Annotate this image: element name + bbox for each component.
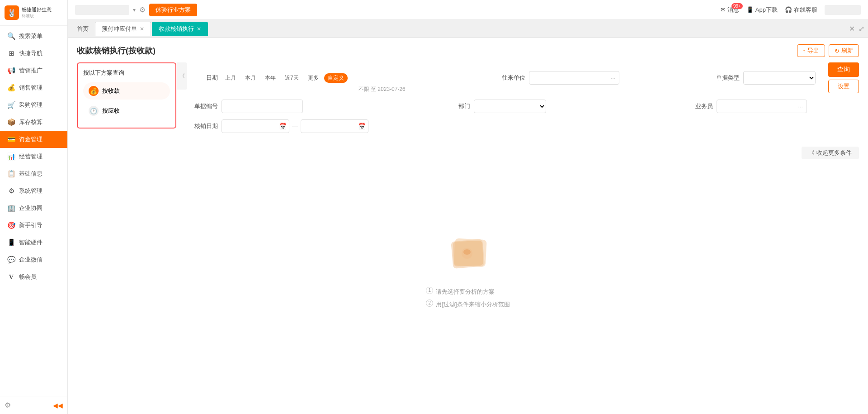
inventory-icon: 📦 xyxy=(7,118,15,126)
sidebar-item-label: 销售管理 xyxy=(19,84,42,92)
step-1-text: 请先选择要分析的方案 xyxy=(436,286,495,297)
filter-by-receipt-option[interactable]: 💰 按收款 xyxy=(83,82,170,100)
sidebar-item-inventory[interactable]: 📦 库存核算 xyxy=(0,114,67,131)
filter-by-receivable-option[interactable]: 🕐 按应收 xyxy=(83,102,170,119)
tab-prepay[interactable]: 预付冲应付单 ✕ xyxy=(95,22,151,36)
home-label: 首页 xyxy=(77,25,89,32)
date-filter-item: 日期 上月 本月 本年 近7天 更多 自定义 xyxy=(194,73,348,83)
expand-tabs-button[interactable]: ⤢ xyxy=(859,24,864,33)
staff-input[interactable]: ··· xyxy=(717,100,807,113)
docno-filter-item: 单据编号 xyxy=(194,100,303,113)
doctype-filter-item: 单据类型 xyxy=(716,71,816,85)
solution-button[interactable]: 休验行业方案 xyxy=(149,4,197,16)
user-info[interactable] xyxy=(825,5,861,15)
sidebar-item-sales[interactable]: 💰 销售管理 xyxy=(0,79,67,96)
collapse-more-button[interactable]: 《 收起更多条件 xyxy=(802,147,859,159)
sidebar-item-label: 系统管理 xyxy=(19,187,42,195)
sidebar-item-system[interactable]: ⚙ 系统管理 xyxy=(0,182,67,200)
tab-prepay-close-icon[interactable]: ✕ xyxy=(140,26,144,32)
date-btn-last-month[interactable]: 上月 xyxy=(222,73,240,83)
refresh-icon: ↻ xyxy=(835,48,840,54)
export-label: 导出 xyxy=(807,47,819,55)
step-2-text: 用[过滤]条件来缩小分析范围 xyxy=(436,299,509,309)
refresh-label: 刷新 xyxy=(841,47,853,55)
sidebar-item-enterprise[interactable]: 🏢 企业协同 xyxy=(0,200,67,217)
sidebar-item-finance[interactable]: 💳 资金管理 xyxy=(0,131,67,148)
message-icon: ✉ xyxy=(721,6,726,13)
collapse-sidebar-icon[interactable]: ◀◀ xyxy=(53,402,63,409)
tab-home[interactable]: 首页 xyxy=(71,22,94,36)
date-quick-btns: 上月 本月 本年 近7天 更多 自定义 xyxy=(222,73,348,83)
settings-icon[interactable]: ⚙ xyxy=(5,401,11,409)
sales-icon: 💰 xyxy=(7,84,15,92)
app-download-button[interactable]: 📱 App下载 xyxy=(746,6,778,14)
content-header: 收款核销执行(按收款) ↑ 导出 ↻ 刷新 xyxy=(68,38,868,57)
sidebar-item-marketing[interactable]: 📢 营销推广 xyxy=(0,62,67,79)
purchase-icon: 🛒 xyxy=(7,101,15,109)
by-receivable-label: 按应收 xyxy=(102,107,120,115)
dept-select[interactable] xyxy=(474,100,546,113)
tabbar: 首页 预付冲应付单 ✕ 收款核销执行 ✕ ✕ ⤢ xyxy=(68,20,868,38)
verify-end-date-input[interactable]: 2023-07-21 xyxy=(301,119,368,133)
setting-button[interactable]: 设置 xyxy=(828,80,859,93)
message-button[interactable]: ✉ 消息 99+ xyxy=(721,6,739,14)
empty-state: 1 请先选择要分析的方案 2 用[过滤]条件来缩小分析范围 xyxy=(68,161,868,414)
sidebar-item-label: 企业协同 xyxy=(19,204,42,212)
doctype-label: 单据类型 xyxy=(716,74,740,82)
sidebar-item-basic[interactable]: 📋 基础信息 xyxy=(0,165,67,182)
export-button[interactable]: ↑ 导出 xyxy=(797,44,826,57)
date-btn-7days[interactable]: 近7天 xyxy=(281,73,302,83)
date-btn-this-month[interactable]: 本月 xyxy=(241,73,259,83)
service-button[interactable]: 🎧 在线客服 xyxy=(785,6,817,14)
sidebar-item-nav[interactable]: ⊞ 快捷导航 xyxy=(0,45,67,62)
date-btn-more[interactable]: 更多 xyxy=(304,73,322,83)
close-all-tabs-button[interactable]: ✕ xyxy=(849,24,855,33)
sidebar-item-label: 采购管理 xyxy=(19,101,42,109)
topbar-gear-icon[interactable]: ⚙ xyxy=(139,5,146,14)
topbar: ▾ ⚙ 休验行业方案 ✉ 消息 99+ 📱 App下载 🎧 在线客服 xyxy=(68,0,868,20)
docno-input[interactable] xyxy=(222,100,303,113)
filter-panel: 按以下方案查询 💰 按收款 🕐 按应收 《 日期 xyxy=(68,57,868,145)
step-1-number: 1 xyxy=(426,287,433,294)
chevron-up-icon: 《 xyxy=(809,149,815,157)
sidebar-item-label: 基础信息 xyxy=(19,170,42,178)
sidebar-item-label: 企业微信 xyxy=(19,256,42,264)
sidebar-item-operation[interactable]: 📊 经营管理 xyxy=(0,148,67,165)
tab-prepay-label: 预付冲应付单 xyxy=(102,25,137,33)
sidebar-item-label: 智能硬件 xyxy=(19,238,42,247)
partner-input[interactable]: ··· xyxy=(529,71,619,85)
dept-label: 部门 xyxy=(447,102,470,110)
operation-icon: 📊 xyxy=(7,152,15,161)
empty-step-1: 1 请先选择要分析的方案 xyxy=(426,286,509,297)
refresh-button[interactable]: ↻ 刷新 xyxy=(829,44,859,57)
sidebar-item-guide[interactable]: 🎯 新手引导 xyxy=(0,217,67,234)
tab-collection-close-icon[interactable]: ✕ xyxy=(197,26,201,32)
system-icon: ⚙ xyxy=(7,187,15,195)
empty-state-text: 1 请先选择要分析的方案 2 用[过滤]条件来缩小分析范围 xyxy=(426,286,509,311)
topbar-arrow-icon[interactable]: ▾ xyxy=(133,7,136,13)
sidebar-item-hardware[interactable]: 📱 智能硬件 xyxy=(0,234,67,251)
sidebar-item-member[interactable]: V 畅会员 xyxy=(0,268,67,286)
query-button[interactable]: 查询 xyxy=(828,62,859,77)
filter-sidebar-collapse-button[interactable]: 《 xyxy=(177,62,187,90)
verify-start-date-input[interactable]: 2023-03-01 xyxy=(222,119,289,133)
doctype-select[interactable] xyxy=(743,71,816,85)
filter-method-sidebar: 按以下方案查询 💰 按收款 🕐 按应收 xyxy=(77,62,176,128)
guide-icon: 🎯 xyxy=(7,221,15,229)
date-btn-this-year[interactable]: 本年 xyxy=(261,73,279,83)
dept-filter-item: 部门 xyxy=(447,100,546,113)
sidebar-item-purchase[interactable]: 🛒 采购管理 xyxy=(0,96,67,114)
verify-date-filter-item: 核销日期 2023-03-01 📅 — 2023-07-21 📅 xyxy=(194,119,368,133)
sidebar-item-wechat[interactable]: 💬 企业微信 xyxy=(0,251,67,268)
by-receipt-label: 按收款 xyxy=(102,87,120,95)
main-area: ▾ ⚙ 休验行业方案 ✉ 消息 99+ 📱 App下载 🎧 在线客服 首页 xyxy=(68,0,868,414)
date-btn-custom[interactable]: 自定义 xyxy=(324,73,348,83)
date-group: 上月 本月 本年 近7天 更多 自定义 xyxy=(222,73,348,83)
nav-icon: ⊞ xyxy=(7,49,15,57)
finance-icon: 💳 xyxy=(7,135,15,143)
sidebar-item-search[interactable]: 🔍 搜索菜单 xyxy=(0,28,67,45)
logo-badge: 标准版 xyxy=(22,13,52,19)
sidebar-item-label: 库存核算 xyxy=(19,118,42,126)
message-badge: 99+ xyxy=(731,3,743,9)
tab-collection[interactable]: 收款核销执行 ✕ xyxy=(152,22,208,36)
